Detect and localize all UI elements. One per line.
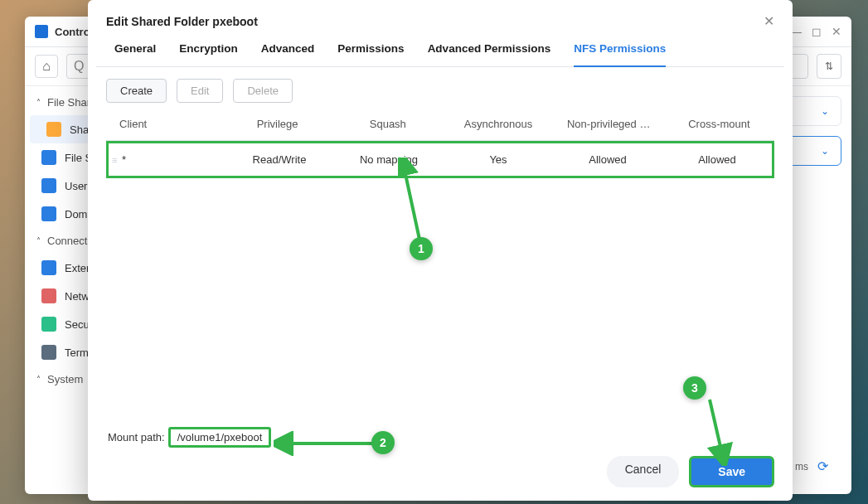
chevron-down-icon: ⌄ [821, 145, 829, 157]
dialog-footer: Cancel Save [88, 444, 793, 501]
maximize-icon[interactable]: ◻ [812, 25, 822, 38]
th-nonpriv: Non-privileged … [554, 114, 664, 133]
refresh-icon[interactable]: ⟳ [817, 458, 828, 474]
close-icon[interactable]: ✕ [764, 13, 774, 29]
domain-icon [41, 206, 56, 221]
user-group-icon [41, 178, 56, 193]
control-panel-icon [35, 25, 48, 38]
external-access-icon [41, 260, 56, 275]
tab-permissions[interactable]: Permissions [337, 37, 404, 66]
toolbar: Create Edit Delete [106, 79, 774, 103]
tab-advanced-permissions[interactable]: Advanced Permissions [428, 37, 551, 66]
table-header: Client Privilege Squash Asynchronous Non… [106, 114, 774, 141]
home-button[interactable]: ⌂ [35, 55, 58, 78]
dialog-header: Edit Shared Folder pxeboot ✕ [88, 0, 793, 37]
annotation-marker-1: 1 [410, 237, 433, 260]
save-button[interactable]: Save [689, 456, 774, 487]
chevron-up-icon: ˄ [36, 98, 41, 107]
chevron-down-icon: ⌄ [821, 105, 829, 117]
cancel-button[interactable]: Cancel [607, 456, 680, 487]
th-squash: Squash [332, 114, 443, 133]
terminal-icon [41, 345, 56, 360]
edit-button: Edit [177, 79, 223, 103]
annotation-marker-3: 3 [683, 376, 706, 400]
sort-button[interactable]: ⇅ [817, 54, 841, 79]
tab-nfs-permissions[interactable]: NFS Permissions [574, 37, 666, 66]
td-privilege: Read/Write [225, 150, 334, 169]
mount-path-label: Mount path: [108, 431, 165, 443]
th-privilege: Privilege [222, 114, 332, 133]
home-icon: ⌂ [42, 59, 51, 74]
annotation-marker-2: 2 [371, 431, 395, 454]
td-crossmount: Allowed [662, 150, 772, 169]
close-window-icon[interactable]: ✕ [832, 25, 841, 38]
mount-path: Mount path: /volume1/pxeboot [108, 427, 271, 448]
th-crossmount: Cross-mount [664, 114, 774, 133]
chevron-up-icon: ˄ [36, 236, 41, 245]
drag-handle-icon[interactable]: ≡ [112, 155, 118, 165]
th-async: Asynchronous [443, 114, 553, 133]
tab-encryption[interactable]: Encryption [179, 37, 238, 66]
tab-general[interactable]: General [114, 37, 156, 66]
create-button[interactable]: Create [106, 79, 167, 103]
group-label: System [47, 373, 83, 385]
footer-text: ms [795, 461, 808, 472]
td-squash: No mapping [334, 150, 444, 169]
table-row[interactable]: ≡ * Read/Write No mapping Yes Allowed Al… [106, 141, 774, 178]
th-client: Client [106, 114, 222, 133]
folder-icon [46, 122, 61, 137]
shield-icon [41, 317, 56, 332]
nfs-rules-table: Client Privilege Squash Asynchronous Non… [106, 114, 774, 178]
network-icon [41, 288, 56, 303]
td-async: Yes [444, 150, 553, 169]
file-services-icon [41, 150, 56, 165]
mount-path-value: /volume1/pxeboot [168, 427, 272, 448]
sort-icon: ⇅ [825, 61, 833, 72]
td-client: * [109, 150, 225, 169]
dialog-title: Edit Shared Folder pxeboot [106, 15, 258, 28]
dialog-tabs: General Encryption Advanced Permissions … [96, 37, 784, 67]
bg-window-controls: — ◻ ✕ [790, 25, 841, 38]
chevron-up-icon: ˄ [36, 375, 41, 384]
td-nonpriv: Allowed [553, 150, 662, 169]
tab-advanced[interactable]: Advanced [261, 37, 315, 66]
edit-shared-folder-dialog: Edit Shared Folder pxeboot ✕ General Enc… [88, 0, 793, 501]
delete-button: Delete [233, 79, 293, 103]
